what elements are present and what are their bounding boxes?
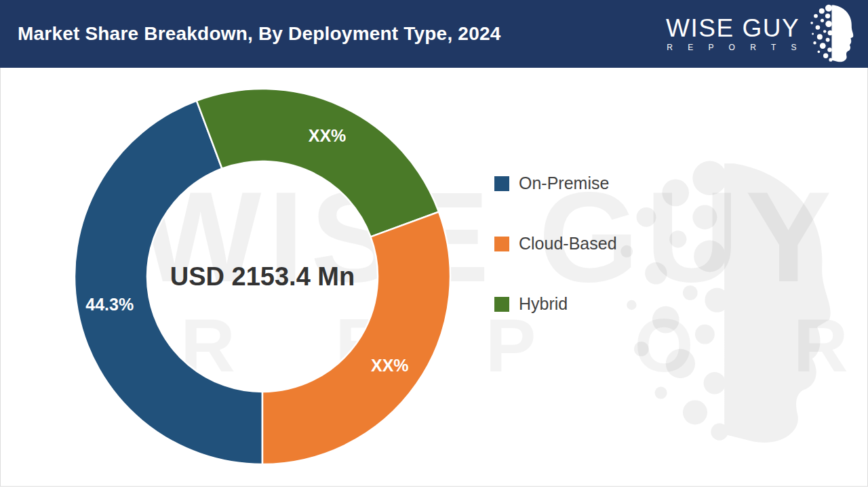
legend-swatch-cloud-based — [494, 237, 509, 251]
legend-item-hybrid: Hybrid — [494, 294, 617, 314]
logo-wordmark: WISE GUY — [663, 16, 803, 41]
legend-label-hybrid: Hybrid — [519, 294, 568, 314]
watermark-face-icon — [597, 142, 842, 468]
donut-center-value: USD 2153.4 Mn — [170, 262, 355, 291]
logo-text: WISE GUY R E P O R T S — [663, 16, 803, 52]
legend-swatch-hybrid — [494, 297, 509, 312]
donut-segment-hybrid — [197, 89, 439, 237]
logo-face-icon — [806, 4, 856, 64]
logo-subtext: R E P O R T S — [663, 43, 803, 52]
legend-label-cloud-based: Cloud-Based — [519, 234, 617, 253]
legend-item-cloud-based: Cloud-Based — [494, 234, 617, 253]
legend: On-Premise Cloud-Based Hybrid — [494, 174, 617, 314]
chart-area: WISE GUY R E P O R T S 44.3%XX%XX% USD 2… — [0, 68, 868, 487]
donut-segment-cloud-based — [262, 212, 450, 464]
legend-label-on-premise: On-Premise — [519, 174, 609, 193]
legend-item-on-premise: On-Premise — [494, 174, 617, 193]
header-bar: Market Share Breakdown, By Deployment Ty… — [0, 0, 868, 68]
page-title: Market Share Breakdown, By Deployment Ty… — [18, 23, 500, 45]
wise-guy-reports-logo: WISE GUY R E P O R T S — [663, 4, 856, 64]
slice-label-on-premise: 44.3% — [85, 295, 134, 314]
slice-label-cloud-based: XX% — [371, 356, 409, 375]
slice-label-hybrid: XX% — [309, 126, 347, 145]
legend-swatch-on-premise — [494, 176, 509, 191]
